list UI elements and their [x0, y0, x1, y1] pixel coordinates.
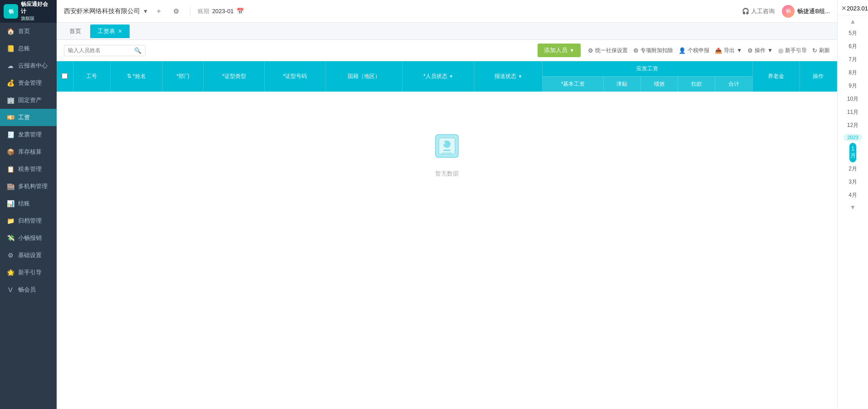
tab-close-btn[interactable]: ✕ — [118, 28, 122, 34]
sidebar-item-guide[interactable]: 🌟 新手引导 — [0, 264, 57, 281]
company-selector[interactable]: 西安虾米网络科技有限公司 ▼ — [64, 7, 148, 15]
salary-table: 工号 ⇅ *姓名 *部门 *证型类型 *证型号码 国籍（地区） *人员状态 ▼ … — [57, 61, 837, 92]
sidebar-item-invoice[interactable]: 🧾 发票管理 — [0, 126, 57, 143]
close-label: 结账 — [18, 200, 30, 208]
year-badge[interactable]: 2023 — [844, 134, 862, 141]
sidebar-item-multi-org[interactable]: 🏬 多机构管理 — [0, 178, 57, 195]
period-display: 账期 2023-01 📅 — [198, 7, 244, 15]
expense-label: 小畅报销 — [18, 234, 42, 242]
search-box[interactable]: 🔍 — [64, 45, 145, 56]
prev-months: 5月6月7月8月9月10月11月12月 — [847, 27, 858, 132]
sort-icon-name: ⇅ — [127, 73, 131, 79]
salary-table-container[interactable]: 工号 ⇅ *姓名 *部门 *证型类型 *证型号码 国籍（地区） *人员状态 ▼ … — [57, 61, 837, 409]
inventory-label: 库存核算 — [18, 148, 42, 156]
filter-icon-status[interactable]: ▼ — [449, 74, 453, 79]
sidebar-item-expense[interactable]: 💸 小畅报销 — [0, 229, 57, 247]
th-name: ⇅ *姓名 — [110, 61, 162, 92]
month-item-prev-11月[interactable]: 11月 — [847, 106, 858, 119]
settings-btn[interactable]: ⚙ — [170, 5, 183, 18]
archive-icon: 📁 — [6, 217, 15, 224]
month-item-4月[interactable]: 4月 — [849, 189, 857, 202]
empty-state: 暂无数据 — [57, 92, 837, 214]
table-header-row1: 工号 ⇅ *姓名 *部门 *证型类型 *证型号码 国籍（地区） *人员状态 ▼ … — [57, 61, 837, 77]
invoice-label: 发票管理 — [18, 131, 42, 139]
fund-icon: 💰 — [6, 79, 15, 87]
month-item-prev-12月[interactable]: 12月 — [847, 119, 858, 132]
sidebar-item-home[interactable]: 🏠 首页 — [0, 23, 57, 40]
fixed-asset-icon: 🏢 — [6, 97, 15, 104]
sidebar-item-tax[interactable]: 📋 税务管理 — [0, 161, 57, 178]
company-dropdown-arrow[interactable]: ▼ — [143, 8, 148, 15]
th-checkbox[interactable] — [57, 61, 73, 92]
th-employee-id: 工号 — [73, 61, 110, 92]
social-security-icon: ⚙ — [588, 47, 593, 54]
sidebar-item-member[interactable]: V 畅会员 — [0, 281, 57, 298]
salary-icon: 💴 — [6, 114, 15, 121]
th-action-col: 操作 — [800, 61, 837, 92]
calendar-scroll-down[interactable]: ▼ — [850, 202, 856, 213]
guide-label: 新手引导 — [18, 268, 42, 277]
add-company-btn[interactable]: ＋ — [153, 5, 165, 18]
special-deduction-icon: ⚙ — [633, 47, 639, 54]
month-item-prev-6月[interactable]: 6月 — [847, 40, 858, 53]
expense-icon: 💸 — [6, 234, 15, 242]
sidebar-item-cloud-report[interactable]: ☁ 云报表中心 — [0, 57, 57, 74]
sidebar-item-close[interactable]: 📊 结账 — [0, 195, 57, 212]
app-logo: 畅 畅应通好会计 旗舰版 — [0, 0, 57, 23]
user-menu[interactable]: 畅 畅捷通B组... — [782, 5, 830, 18]
calendar-icon[interactable]: 📅 — [237, 8, 244, 15]
operate-btn[interactable]: ⚙ 操作 ▼ — [747, 47, 773, 54]
user-avatar: 畅 — [782, 5, 795, 18]
service-btn[interactable]: 🎧 人工咨询 — [742, 7, 775, 15]
right-calendar-panel: ✕ 2023.01 ⛶ ▲ 5月6月7月8月9月10月11月12月 2023 1… — [837, 0, 868, 409]
sidebar-item-archive[interactable]: 📁 归档管理 — [0, 212, 57, 229]
month-item-2月[interactable]: 2月 — [849, 162, 857, 175]
export-btn[interactable]: 📤 导出 ▼ — [715, 47, 742, 54]
tab-home[interactable]: 首页 — [62, 24, 88, 38]
search-input[interactable] — [68, 47, 131, 54]
panel-close-btn[interactable]: ✕ — [841, 5, 847, 12]
th-country: 国籍（地区） — [325, 61, 402, 92]
svg-point-5 — [443, 142, 445, 144]
month-item-3月[interactable]: 3月 — [849, 175, 857, 189]
filter-icon-report[interactable]: ▼ — [518, 74, 522, 79]
tab-salary-table[interactable]: 工资表 ✕ — [90, 24, 130, 38]
settings-label: 基础设置 — [18, 251, 42, 259]
month-item-1月[interactable]: 1月 — [849, 143, 856, 162]
user-name: 畅捷通B组... — [797, 7, 830, 15]
new-guide-btn[interactable]: ◎ 新手引导 — [778, 47, 807, 54]
logo-icon: 畅 — [4, 4, 18, 19]
settings-icon: ⚙ — [6, 252, 15, 259]
month-item-prev-9月[interactable]: 9月 — [847, 79, 858, 93]
member-label: 畅会员 — [18, 286, 36, 294]
social-security-btn[interactable]: ⚙ 统一社保设置 — [588, 47, 628, 54]
period-value[interactable]: 2023-01 — [212, 8, 234, 15]
sidebar-item-ledger[interactable]: 📒 总账 — [0, 40, 57, 57]
ledger-icon: 📒 — [6, 45, 15, 52]
sidebar-item-settings[interactable]: ⚙ 基础设置 — [0, 247, 57, 264]
refresh-icon: ↻ — [812, 47, 817, 54]
sidebar-item-fixed-asset[interactable]: 🏢 固定资产 — [0, 92, 57, 109]
month-item-prev-7月[interactable]: 7月 — [847, 53, 858, 66]
special-deduction-btn[interactable]: ⚙ 专项附加扣除 — [633, 47, 673, 54]
month-item-prev-5月[interactable]: 5月 — [847, 27, 858, 40]
month-item-prev-10月[interactable]: 10月 — [847, 93, 858, 106]
refresh-btn[interactable]: ↻ 刷新 — [812, 47, 830, 54]
sidebar-item-fund[interactable]: 💰 资金管理 — [0, 74, 57, 92]
multi-org-icon: 🏬 — [6, 183, 15, 190]
ledger-label: 总账 — [18, 44, 30, 53]
calendar-scroll-up[interactable]: ▲ — [850, 16, 856, 27]
sidebar-item-inventory[interactable]: 📦 库存核算 — [0, 143, 57, 161]
period-label: 账期 — [198, 7, 209, 15]
svg-rect-3 — [443, 150, 451, 151]
operate-icon: ⚙ — [747, 47, 753, 54]
th-id-no: *证型号码 — [265, 61, 326, 92]
salary-label: 工资 — [18, 113, 30, 122]
personal-tax-btn[interactable]: 👤 个税申报 — [679, 47, 709, 54]
th-id-type: *证型类型 — [204, 61, 265, 92]
add-person-btn[interactable]: 添加人员 ▼ — [538, 44, 581, 57]
close-icon: 📊 — [6, 200, 15, 207]
sidebar-item-salary[interactable]: 💴 工资 — [0, 109, 57, 126]
month-item-prev-8月[interactable]: 8月 — [847, 66, 858, 79]
select-all-checkbox[interactable] — [62, 73, 68, 79]
